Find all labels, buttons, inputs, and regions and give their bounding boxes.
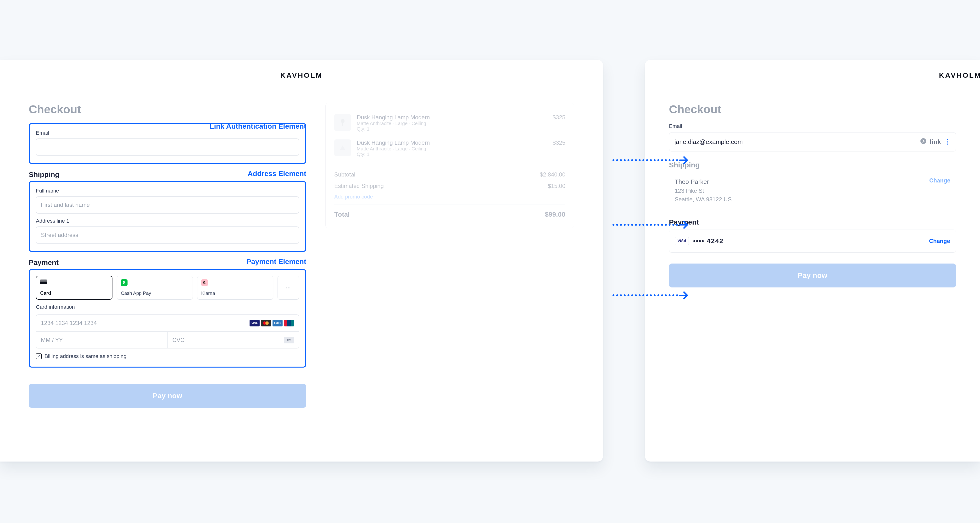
payment-method-cashapp[interactable]: $ Cash App Pay xyxy=(117,276,193,300)
svg-rect-2 xyxy=(40,280,47,281)
billing-same-row[interactable]: ✓ Billing address is same as shipping xyxy=(36,353,299,359)
change-payment-link[interactable]: Change xyxy=(929,238,950,245)
before-panel: KAVHOLM Checkout Link Authentication Ele… xyxy=(0,60,603,461)
fullname-label: Full name xyxy=(36,188,299,194)
arrow-right-icon xyxy=(678,155,689,166)
item-qty: Qty: 1 xyxy=(357,126,430,132)
total-row: Total $99.00 xyxy=(334,208,565,221)
change-shipping-link[interactable]: Change xyxy=(929,177,950,204)
payment-method-more[interactable]: ⋯ xyxy=(278,276,299,300)
card-brand-strip: VISA AMEX xyxy=(250,320,294,326)
item-sub: Matte Anthracite · Large · Ceiling xyxy=(357,121,430,126)
payment-summary-box: VISA •••• 4242 Change xyxy=(669,230,956,253)
est-shipping-value: $15.00 xyxy=(548,183,565,189)
mastercard-icon xyxy=(261,320,271,326)
pay-now-button[interactable]: Pay now xyxy=(29,384,306,408)
element-badge-payment: Payment Element xyxy=(247,258,306,266)
card-input-stack: 1234 1234 1234 1234 VISA AMEX xyxy=(36,315,299,348)
item-sub: Matte Anthracite · Large · Ceiling xyxy=(357,146,430,152)
visa-icon: VISA xyxy=(675,237,689,245)
item-price: $325 xyxy=(553,114,565,121)
card-cvc-field[interactable]: CVC 123 xyxy=(167,331,299,348)
klarna-icon: K. xyxy=(201,279,208,286)
link-arrow-icon xyxy=(920,138,926,146)
shipping-heading: Shipping xyxy=(669,161,956,169)
subtotal-row: Subtotal $2,840.00 xyxy=(334,169,565,180)
payment-heading: Payment xyxy=(669,218,956,226)
total-label: Total xyxy=(334,211,350,218)
diagram-stage: KAVHOLM Checkout Link Authentication Ele… xyxy=(0,0,980,523)
email-summary-box[interactable]: jane.diaz@example.com link ⋮ xyxy=(669,132,956,151)
kebab-icon[interactable]: ⋮ xyxy=(944,138,951,146)
card-number-placeholder: 1234 1234 1234 1234 xyxy=(41,320,97,326)
billing-same-label: Billing address is same as shipping xyxy=(45,353,126,359)
ship-line2: Seattle, WA 98122 US xyxy=(675,195,732,204)
promo-link[interactable]: Add promo code xyxy=(334,192,565,200)
line-item: Dusk Hanging Lamp Modern Matte Anthracit… xyxy=(334,110,565,135)
payment-method-klarna-label: Klarna xyxy=(201,291,269,296)
element-badge-linkauth: Link Authentication Element xyxy=(210,122,306,130)
flow-arrow xyxy=(612,291,689,300)
item-thumb xyxy=(334,140,351,156)
address1-label: Address line 1 xyxy=(36,218,299,224)
flow-arrow xyxy=(612,156,689,165)
panel-header: KAVHOLM xyxy=(645,60,980,91)
shipping-summary-box: Theo Parker 123 Pike St Seattle, WA 9812… xyxy=(669,172,956,208)
address-box: Full name Address line 1 xyxy=(29,181,306,252)
card-expiry-placeholder: MM / YY xyxy=(41,337,63,343)
card-cvc-placeholder: CVC xyxy=(172,337,185,343)
order-summary-column: Dusk Hanging Lamp Modern Matte Anthracit… xyxy=(325,103,574,408)
payment-method-card-label: Card xyxy=(40,290,108,296)
element-payment: Payment Payment Element Card $ xyxy=(29,259,306,367)
card-number-field[interactable]: 1234 1234 1234 1234 VISA AMEX xyxy=(36,315,299,331)
svg-point-3 xyxy=(341,119,345,123)
right-content: Checkout Email jane.diaz@example.com lin… xyxy=(645,91,980,302)
subtotal-value: $2,840.00 xyxy=(540,171,565,178)
order-summary-card: Dusk Hanging Lamp Modern Matte Anthracit… xyxy=(325,103,574,228)
ship-line1: 123 Pike St xyxy=(675,186,732,195)
left-columns: Checkout Link Authentication Element Ema… xyxy=(0,91,603,422)
payment-method-row: Card $ Cash App Pay K. Klarna xyxy=(36,276,299,300)
payment-method-klarna[interactable]: K. Klarna xyxy=(197,276,273,300)
amex-icon: AMEX xyxy=(272,320,283,326)
total-value: $99.00 xyxy=(545,211,565,218)
item-title: Dusk Hanging Lamp Modern xyxy=(357,114,430,121)
brand-logo: KAVHOLM xyxy=(280,71,323,79)
svg-rect-0 xyxy=(40,280,47,285)
email-value: jane.diaz@example.com xyxy=(675,138,743,146)
payment-box: Card $ Cash App Pay K. Klarna xyxy=(29,269,306,367)
page-title: Checkout xyxy=(29,103,306,116)
item-price: $325 xyxy=(553,140,565,146)
est-shipping-label: Estimated Shipping xyxy=(334,183,384,189)
arrow-right-icon xyxy=(678,219,689,230)
card-icon xyxy=(40,280,108,286)
after-panel: KAVHOLM Checkout Email jane.diaz@example… xyxy=(645,60,980,461)
visa-icon: VISA xyxy=(250,320,259,326)
checkout-form-column: Checkout Link Authentication Element Ema… xyxy=(29,103,306,408)
email-label: Email xyxy=(36,130,299,136)
page-title: Checkout xyxy=(669,103,956,116)
more-icon: ⋯ xyxy=(286,285,291,291)
card-expiry-field[interactable]: MM / YY xyxy=(36,331,167,348)
item-title: Dusk Hanging Lamp Modern xyxy=(357,140,430,146)
element-address: Shipping Address Element Full name Addre… xyxy=(29,170,306,252)
svg-point-5 xyxy=(920,138,926,144)
cvc-icon: 123 xyxy=(284,337,294,343)
cashapp-icon: $ xyxy=(121,279,127,286)
card-last4: •••• 4242 xyxy=(693,237,724,245)
address1-field[interactable] xyxy=(36,226,299,244)
est-shipping-row: Estimated Shipping $15.00 xyxy=(334,180,565,192)
link-wordmark: link xyxy=(930,138,941,146)
fullname-field[interactable] xyxy=(36,196,299,213)
line-item: Dusk Hanging Lamp Modern Matte Anthracit… xyxy=(334,135,565,161)
item-qty: Qty: 1 xyxy=(357,152,430,157)
email-field[interactable] xyxy=(36,138,299,156)
element-badge-address: Address Element xyxy=(248,170,306,178)
ship-name: Theo Parker xyxy=(675,177,732,186)
pay-now-button[interactable]: Pay now xyxy=(669,264,956,288)
svg-rect-4 xyxy=(342,122,343,126)
subtotal-label: Subtotal xyxy=(334,171,355,178)
unionpay-icon xyxy=(284,320,294,326)
brand-logo: KAVHOLM xyxy=(939,71,980,79)
payment-method-card[interactable]: Card xyxy=(36,276,113,300)
